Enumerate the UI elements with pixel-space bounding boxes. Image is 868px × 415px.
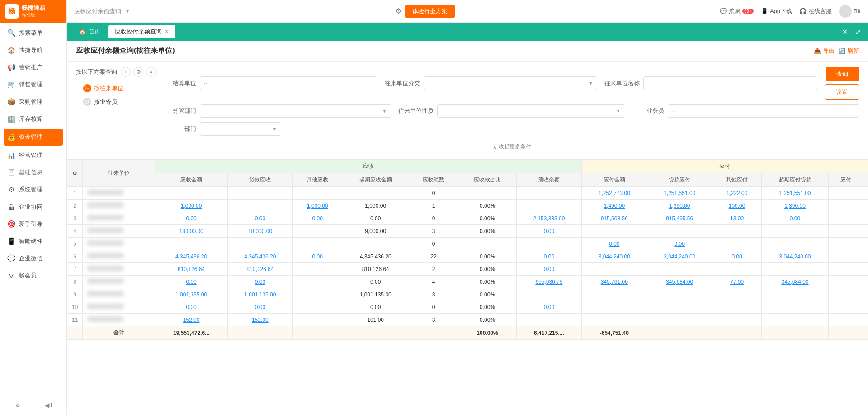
footer-overdue-receivable <box>342 326 409 340</box>
sidebar-item-quick-nav[interactable]: 🏠 快捷导航 <box>0 42 66 59</box>
close-window-icon[interactable]: ✕ <box>840 26 849 38</box>
sidebar-nav: 🔍 搜索菜单 🏠 快捷导航 📢 营销推广 🛒 销售管理 📦 采购管理 🏢 库存核… <box>0 23 66 396</box>
sidebar-label-guide: 新手引导 <box>19 220 42 228</box>
export-btn[interactable]: 📤 导出 <box>814 47 835 55</box>
sales-icon: 🛒 <box>7 81 15 89</box>
dept-manager-label: 分管部门 <box>165 107 196 115</box>
unit-nature-dropdown[interactable]: ▼ <box>437 104 625 118</box>
sidebar-settings-btn[interactable]: ⚙ <box>4 400 33 411</box>
sidebar-item-wechat[interactable]: 💬 企业微信 <box>0 250 66 267</box>
sidebar-collapse-btn[interactable]: ◀II <box>34 400 63 411</box>
search-option-by-staff[interactable]: ⏱ 按业务员 <box>80 96 157 108</box>
system-icon: ⚙ <box>7 186 15 194</box>
set-button[interactable]: 设置 <box>825 84 859 100</box>
sidebar-label-smart: 智能硬件 <box>19 237 42 245</box>
search-fields: 结算单位 ··· 往来单位分类 ▼ <box>165 67 859 153</box>
department-label: 部门 <box>165 125 196 133</box>
sidebar-logo: 畅 畅捷通易 标准版 <box>0 0 66 23</box>
expand-icon[interactable]: ⤢ <box>853 26 863 38</box>
sidebar-item-enterprise[interactable]: 🏛 企业协同 <box>0 198 66 215</box>
chevron-dept-icon: ▼ <box>382 108 387 114</box>
settings-col-header[interactable]: ⚙ <box>67 160 83 187</box>
sidebar-item-system[interactable]: ⚙ 系统管理 <box>0 181 66 198</box>
guide-icon: 🎯 <box>7 220 15 228</box>
logo-icon: 畅 <box>5 4 19 19</box>
sidebar-item-guide[interactable]: 🎯 新手引导 <box>0 215 66 233</box>
basic-icon: 📋 <box>7 168 15 176</box>
operation-icon: 📊 <box>7 151 15 159</box>
footer-payable-amount: -654,751.40 <box>582 326 647 340</box>
collapse-scheme-btn[interactable]: « <box>146 67 156 77</box>
app-download-btn[interactable]: 📱 App下载 <box>761 7 792 15</box>
overdue-receivable-header: 超期应收金额 <box>342 173 409 187</box>
counterpart-name <box>83 263 155 276</box>
online-service-btn[interactable]: 🎧 在线客服 <box>799 7 832 15</box>
tab-ar-ap[interactable]: 应收应付余额查询 ✕ <box>108 25 175 38</box>
option-by-unit-label: 按往来单位 <box>94 84 123 92</box>
counterpart-col-header: 往来单位 <box>83 160 155 187</box>
footer-receivable-count <box>409 326 458 340</box>
sidebar-item-finance[interactable]: 💰 资金管理 <box>4 129 63 146</box>
sidebar-item-operation[interactable]: 📊 经营管理 <box>0 147 66 164</box>
sidebar-item-basic[interactable]: 📋 基础信息 <box>0 164 66 181</box>
sidebar-item-inventory[interactable]: 🏢 库存核算 <box>0 110 66 128</box>
chevron-up-icon: ∧ <box>493 144 497 150</box>
gear-icon[interactable]: ⚙ <box>395 7 401 15</box>
sidebar-item-sales[interactable]: 🛒 销售管理 <box>0 76 66 93</box>
table-row: 80.000.000.0040.00%655,636.75345,761.003… <box>67 276 868 288</box>
salesperson-label: 业务员 <box>632 107 664 115</box>
collapse-btn[interactable]: ∧ 收起更多条件 <box>165 140 859 153</box>
footer-receivable-ratio: 100.00% <box>458 326 516 340</box>
tab-bar-actions: ✕ ⤢ <box>840 26 863 38</box>
field-unit-name: 往来单位名称 <box>604 76 817 90</box>
tab-close-icon[interactable]: ✕ <box>165 29 169 35</box>
table-row: 64,345,436.204,345,436.200.004,345,436.2… <box>67 250 868 263</box>
payable-more-header: 应付... <box>828 173 868 187</box>
counterpart-name <box>83 314 155 326</box>
table-container: ⚙ 往来单位 应收 应付 应收金额 贷款应收 其他应收 超期应收金额 应收笔数 … <box>67 159 868 415</box>
breadcrumb: 应收应付余额查询 <box>74 7 121 15</box>
unit-nature-label: 往来单位性质 <box>398 107 434 115</box>
purchase-icon: 📦 <box>7 98 15 106</box>
refresh-btn[interactable]: 🔄 刷新 <box>838 47 859 55</box>
add-scheme-btn[interactable]: + <box>121 67 131 77</box>
btn-col: 查询 设置 <box>825 67 859 100</box>
sidebar-item-search[interactable]: 🔍 搜索菜单 <box>0 24 66 42</box>
page-actions: 📤 导出 🔄 刷新 <box>814 47 859 55</box>
message-btn[interactable]: 💬 消息 99+ <box>720 7 754 15</box>
counterpart-name <box>83 250 155 263</box>
sidebar-item-member[interactable]: V 畅会员 <box>0 267 66 284</box>
dept-manager-dropdown[interactable]: ▼ <box>200 104 391 118</box>
tab-home[interactable]: 🏠 首页 <box>72 25 107 38</box>
salesperson-input[interactable]: ··· <box>668 104 859 118</box>
payable-group-header: 应付 <box>582 160 868 173</box>
footer-prepaid-balance: 6,417,215.... <box>516 326 581 340</box>
counterpart-name <box>83 212 155 225</box>
tab-bar: 🏠 首页 应收应付余额查询 ✕ ✕ ⤢ <box>67 23 868 41</box>
receivable-ratio-header: 应收款占比 <box>458 173 516 187</box>
table-row: 21,000.001,000.001,000.0010.00%1,490.001… <box>67 200 868 212</box>
tab-ar-ap-label: 应收应付余额查询 <box>115 28 162 36</box>
overdue-payable-header: 超期应付贷款 <box>762 173 828 187</box>
search-option-by-unit[interactable]: 往 按往来单位 <box>80 82 157 94</box>
sidebar-label-basic: 基础信息 <box>19 168 42 176</box>
message-label: 消息 <box>729 7 741 15</box>
sidebar-item-marketing[interactable]: 📢 营销推广 <box>0 59 66 76</box>
search-panel-layout: 按以下方案查询 + ⚙ « 往 按往来单位 <box>76 67 859 153</box>
top-bar-right: 💬 消息 99+ 📱 App下载 🎧 在线客服 Rit <box>720 5 861 18</box>
unit-name-input[interactable] <box>643 76 817 90</box>
department-dropdown[interactable]: ▼ <box>200 122 281 136</box>
unit-category-dropdown[interactable]: ▼ <box>424 76 598 90</box>
settlement-unit-input[interactable]: ··· <box>200 76 377 90</box>
query-button[interactable]: 查询 <box>826 67 859 81</box>
content-area: 应收应付余额查询(按往来单位) 📤 导出 🔄 刷新 <box>67 41 868 415</box>
search-options: 往 按往来单位 ⏱ 按业务员 <box>80 82 157 108</box>
setting-scheme-btn[interactable]: ⚙ <box>133 67 143 77</box>
sidebar-item-smart[interactable]: 📱 智能硬件 <box>0 233 66 250</box>
sidebar-item-purchase[interactable]: 📦 采购管理 <box>0 93 66 110</box>
counterpart-name <box>83 301 155 314</box>
user-area[interactable]: Rit <box>839 5 861 18</box>
logo-title: 畅捷通易 <box>22 5 45 12</box>
promo-button[interactable]: 体验行业方案 <box>405 5 455 18</box>
table-row: 7810,126.64810,126.64810,126.6420.00%0.0… <box>67 263 868 276</box>
